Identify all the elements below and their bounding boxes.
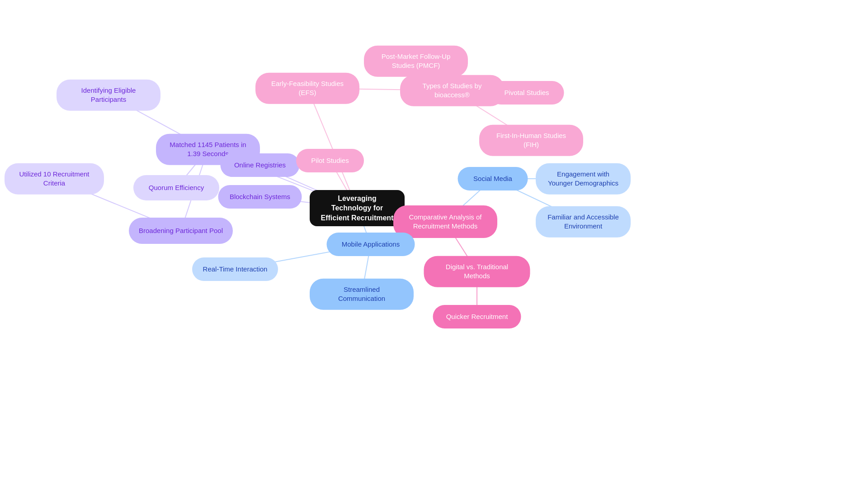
node-digital_vs[interactable]: Digital vs. Traditional Methods xyxy=(424,256,530,287)
node-social_media[interactable]: Social Media xyxy=(458,167,528,190)
node-blockchain[interactable]: Blockchain Systems xyxy=(218,185,302,209)
node-pilot[interactable]: Pilot Studies xyxy=(296,149,364,172)
node-online[interactable]: Online Registries xyxy=(221,153,300,177)
node-post_market[interactable]: Post-Market Follow-Up Studies (PMCF) xyxy=(364,46,468,77)
node-first_human[interactable]: First-In-Human Studies (FIH) xyxy=(479,125,583,156)
node-types_studies[interactable]: Types of Studies by bioaccess® xyxy=(400,75,504,106)
mind-map-container: Leveraging Technology for Efficient Recr… xyxy=(0,0,868,490)
node-broadening[interactable]: Broadening Participant Pool xyxy=(129,218,233,244)
node-utilized[interactable]: Utilized 10 Recruitment Criteria xyxy=(5,163,104,195)
node-mobile[interactable]: Mobile Applications xyxy=(327,233,415,256)
node-comparative[interactable]: Comparative Analysis of Recruitment Meth… xyxy=(393,205,497,238)
node-familiar[interactable]: Familiar and Accessible Environment xyxy=(536,206,631,238)
node-pivotal[interactable]: Pivotal Studies xyxy=(490,81,564,105)
node-quorum[interactable]: Quorum Efficiency xyxy=(133,175,219,200)
node-early_feasibility[interactable]: Early-Feasibility Studies (EFS) xyxy=(255,73,359,104)
node-identifying[interactable]: Identifying Eligible Participants xyxy=(57,80,160,111)
node-engagement[interactable]: Engagement with Younger Demographics xyxy=(536,163,631,195)
node-center[interactable]: Leveraging Technology for Efficient Recr… xyxy=(310,190,405,226)
node-realtime[interactable]: Real-Time Interaction xyxy=(192,257,278,281)
node-quicker[interactable]: Quicker Recruitment xyxy=(433,305,521,328)
node-streamlined[interactable]: Streamlined Communication xyxy=(310,279,414,310)
